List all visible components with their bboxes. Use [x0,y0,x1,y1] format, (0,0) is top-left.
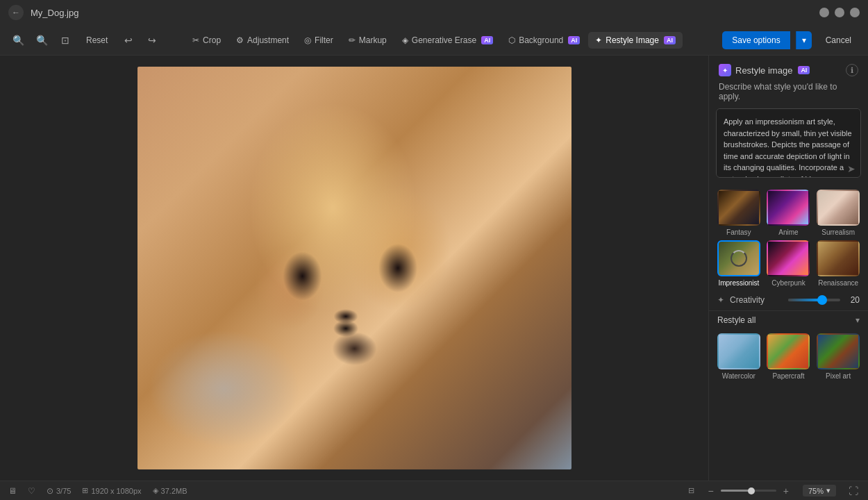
style-item-fantasy[interactable]: Fantasy [716,190,762,236]
status-favorite-button[interactable]: ♡ [28,486,35,496]
zoom-dropdown-icon: ▾ [826,486,831,495]
crop-button[interactable]: ✂ Crop [185,32,228,49]
restyle-panel-icon: ✦ [719,64,731,76]
style-label-papercraft: Papercraft [772,372,804,380]
filter-button[interactable]: ◎ Filter [297,32,340,49]
undo-button[interactable]: ↩ [119,31,138,50]
zoom-slider-thumb[interactable] [748,488,755,494]
maximize-button[interactable] [835,8,844,17]
style-item-impressionist[interactable]: Impressionist [716,240,762,287]
style-textarea[interactable]: Apply an impressionism art style, charac… [716,108,861,178]
canvas-image [137,67,571,469]
zoom-in-status-button[interactable]: + [781,484,792,498]
panel-title-label: Restyle image [735,65,792,76]
send-button[interactable]: ➤ [847,163,856,174]
minimize-button[interactable] [819,8,829,17]
info-button[interactable]: ℹ [846,64,858,76]
style-item-cyberpunk[interactable]: Cyberpunk [766,240,812,287]
styles-grid-top: Fantasy Anime Surrealism Impressionist C… [709,187,868,292]
style-thumb-surrealism [817,190,860,226]
background-button[interactable]: ⬡ Background AI [501,32,587,49]
background-ai-badge: AI [568,36,580,44]
status-dimensions: ⊞ 1920 x 1080px [82,486,141,495]
creativity-slider-thumb[interactable] [817,295,827,305]
save-options-dropdown-button[interactable]: ▾ [796,31,812,49]
style-thumb-pixelart [817,333,860,369]
zoom-slider-fill [721,490,751,492]
panel-title-group: ✦ Restyle image AI [719,64,810,76]
loading-spinner [731,250,747,267]
close-button[interactable] [850,8,860,17]
zoom-slider[interactable] [721,490,776,492]
style-item-pixelart[interactable]: Pixel art [815,333,861,380]
back-button[interactable]: ← [8,5,24,20]
search-button[interactable]: 🔍 [8,31,28,50]
filter-label: Filter [315,35,333,45]
style-item-renaissance[interactable]: Renaissance [815,240,861,287]
filename-label: My_Dog.jpg [31,8,78,18]
adjustment-button[interactable]: ⚙ Adjustment [229,32,296,49]
titlebar: ← My_Dog.jpg [0,0,868,25]
filesize-value: 37.2MB [161,487,187,495]
generative-erase-icon: ◈ [402,35,408,45]
markup-label: Markup [359,35,387,45]
display-mode-button[interactable]: ⊟ [688,486,694,495]
clock-icon: ⊙ [47,486,53,496]
cancel-label: Cancel [826,35,851,45]
generative-erase-button[interactable]: ◈ Generative Erase AI [395,32,500,49]
right-panel: ✦ Restyle image AI ℹ Describe what style… [708,56,868,481]
zoom-out-status-button[interactable]: − [706,484,717,498]
style-label-impressionist: Impressionist [718,279,759,287]
creativity-label: Creativity [730,295,783,305]
creativity-row: ✦ Creativity 20 [709,292,868,310]
style-item-papercraft[interactable]: Papercraft [766,333,812,380]
zoom-out-button[interactable]: 🔍 [32,31,51,50]
generative-erase-ai-badge: AI [481,36,493,44]
dimensions-icon: ⊞ [82,486,88,495]
style-label-cyberpunk: Cyberpunk [771,279,805,287]
send-icon: ➤ [847,163,856,174]
creativity-value: 20 [846,295,860,305]
restyle-all-dropdown[interactable]: Restyle all ▾ [709,310,868,331]
save-options-button[interactable]: Save options [722,31,790,49]
restyle-image-button[interactable]: ✦ Restyle Image AI [588,32,683,49]
style-label-fantasy: Fantasy [726,228,751,236]
redo-button[interactable]: ↪ [142,31,162,50]
filter-icon: ◎ [304,35,311,45]
fullscreen-button[interactable]: ⛶ [847,484,860,498]
cancel-button[interactable]: Cancel [817,31,860,49]
panel-subtitle: Describe what style you'd like to apply. [709,82,868,108]
styles-grid-bottom: Watercolor Papercraft Pixel art [709,331,868,385]
main-content: ✦ Restyle image AI ℹ Describe what style… [0,56,868,481]
canvas-area[interactable] [0,56,708,481]
style-textarea-wrapper: Apply an impressionism art style, charac… [716,108,861,180]
restyle-icon: ✦ [595,35,602,45]
status-history-button[interactable]: ⊙ 3/75 [47,486,71,496]
statusbar: 🖥 ♡ ⊙ 3/75 ⊞ 1920 x 1080px ◈ 37.2MB ⊟ − … [0,481,868,500]
restyle-all-label: Restyle all [717,315,756,325]
markup-icon: ✏ [349,35,356,45]
background-icon: ⬡ [508,35,515,45]
filesize-icon: ◈ [153,486,158,495]
style-thumb-papercraft [767,333,810,369]
creativity-slider[interactable] [788,299,841,301]
save-options-arrow-icon: ▾ [802,35,806,45]
dimensions-value: 1920 x 1080px [91,487,141,495]
style-label-pixelart: Pixel art [826,372,851,380]
panel-header: ✦ Restyle image AI ℹ [709,56,868,82]
style-item-anime[interactable]: Anime [766,190,812,236]
style-thumb-anime [767,190,810,226]
markup-button[interactable]: ✏ Markup [342,32,394,49]
toolbar-right-group: Save options ▾ Cancel [722,31,860,49]
reset-label: Reset [86,35,108,45]
style-item-surrealism[interactable]: Surrealism [815,190,861,236]
zoom-value-display[interactable]: 75% ▾ [803,485,836,497]
reset-button[interactable]: Reset [79,32,115,49]
display-mode-icon: ⊟ [688,486,694,495]
crop-label: Crop [203,35,221,45]
fit-button[interactable]: ⊡ [56,31,75,50]
status-info-button[interactable]: 🖥 [8,486,17,496]
generative-erase-label: Generative Erase [412,35,476,45]
style-item-watercolor[interactable]: Watercolor [716,333,762,380]
panel-ai-badge: AI [798,66,810,74]
